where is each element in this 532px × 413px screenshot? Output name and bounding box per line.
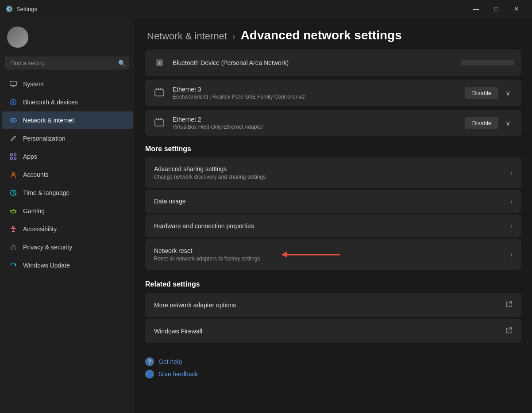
nav-label-update: Windows Update xyxy=(23,262,70,269)
nav-label-accounts: Accounts xyxy=(23,171,49,178)
adapter-name-bluetooth: Bluetooth Device (Personal Area Network) xyxy=(173,59,289,66)
settings-icon: ⚙️ xyxy=(5,5,13,12)
advanced-sharing-desc: Change network discovery and sharing set… xyxy=(154,174,266,180)
titlebar-controls: — □ ✕ xyxy=(466,0,527,18)
advanced-sharing-chevron: › xyxy=(510,169,513,176)
arrow-head xyxy=(281,252,287,258)
minimize-button[interactable]: — xyxy=(466,0,486,18)
sidebar-item-accessibility[interactable]: Accessibility xyxy=(2,220,133,238)
nav-container: System Bluetooth & devices Network & int… xyxy=(0,75,135,275)
nav-label-bluetooth: Bluetooth & devices xyxy=(23,99,78,106)
give-feedback-label: Give feedback xyxy=(158,371,198,378)
content-header: Network & internet › Advanced network se… xyxy=(135,18,532,50)
adapter-icon-e2 xyxy=(152,116,166,130)
svg-rect-16 xyxy=(155,90,164,96)
sidebar: 🔍 System Bluetooth & devices Network & i… xyxy=(0,18,135,413)
sidebar-search: 🔍 xyxy=(5,57,129,69)
search-input[interactable] xyxy=(5,57,129,69)
nav-label-time: Time & language xyxy=(23,189,69,196)
avatar xyxy=(7,27,28,48)
content-inner: ⊞ Bluetooth Device (Personal Area Networ… xyxy=(135,50,532,386)
nav-icon-bluetooth xyxy=(9,98,18,107)
adapter-card-ethernet3[interactable]: Ethernet 3 EeshwarSrishti | Realtek PCIe… xyxy=(145,80,521,106)
advanced-sharing-row[interactable]: Advanced sharing settings Change network… xyxy=(145,157,521,188)
nav-icon-time xyxy=(9,188,18,197)
windows-firewall-row[interactable]: Windows Firewall xyxy=(145,319,521,343)
expand-ethernet3-button[interactable]: ∨ xyxy=(502,87,514,99)
nav-label-personalization: Personalization xyxy=(23,135,66,142)
advanced-sharing-left: Advanced sharing settings Change network… xyxy=(154,165,266,180)
sidebar-item-network[interactable]: Network & internet xyxy=(2,111,133,129)
avatar-image xyxy=(7,27,28,48)
sidebar-item-accounts[interactable]: Accounts xyxy=(2,166,133,184)
disable-ethernet3-button[interactable]: Disable xyxy=(465,87,498,99)
data-usage-title: Data usage xyxy=(154,198,186,205)
get-help-link[interactable]: ? Get help xyxy=(145,357,511,366)
svg-rect-8 xyxy=(14,157,16,160)
search-icon: 🔍 xyxy=(118,60,126,67)
external-link-icon-2 xyxy=(505,327,513,335)
sidebar-item-gaming[interactable]: Gaming xyxy=(2,202,133,220)
data-usage-row[interactable]: Data usage › xyxy=(145,190,521,213)
svg-point-12 xyxy=(12,226,14,228)
svg-rect-5 xyxy=(11,154,13,156)
network-adapter-options-title: More network adapter options xyxy=(154,302,236,309)
breadcrumb: Network & internet xyxy=(147,31,227,42)
nav-icon-network xyxy=(9,116,18,125)
nav-icon-privacy xyxy=(9,243,18,252)
network-reset-left: Network reset Reset all network adapters… xyxy=(154,247,260,262)
adapter-card-bluetooth: ⊞ Bluetooth Device (Personal Area Networ… xyxy=(145,50,521,76)
sidebar-item-system[interactable]: System xyxy=(2,75,133,93)
sidebar-item-apps[interactable]: Apps xyxy=(2,148,133,165)
data-usage-left: Data usage xyxy=(154,198,186,205)
annotation-arrow xyxy=(282,254,340,255)
adapter-name-e3: Ethernet 3 xyxy=(173,86,305,93)
network-reset-row[interactable]: Network reset Reset all network adapters… xyxy=(145,239,521,270)
adapter-left-e3: Ethernet 3 EeshwarSrishti | Realtek PCIe… xyxy=(152,86,305,100)
related-settings-header: Related settings xyxy=(145,280,521,288)
sidebar-item-bluetooth[interactable]: Bluetooth & devices xyxy=(2,93,133,111)
expand-ethernet2-button[interactable]: ∨ xyxy=(502,117,514,129)
svg-point-4 xyxy=(12,119,14,121)
sidebar-item-update[interactable]: Windows Update xyxy=(2,256,133,274)
windows-firewall-title: Windows Firewall xyxy=(154,328,202,335)
nav-label-gaming: Gaming xyxy=(23,207,45,214)
adapter-name-e2: Ethernet 2 xyxy=(173,116,263,123)
main-content: Network & internet › Advanced network se… xyxy=(135,18,532,413)
close-button[interactable]: ✕ xyxy=(506,0,527,18)
network-adapter-options-row[interactable]: More network adapter options xyxy=(145,293,521,317)
sidebar-item-privacy[interactable]: Privacy & security xyxy=(2,238,133,256)
more-settings-header: More settings xyxy=(145,145,521,153)
advanced-sharing-title: Advanced sharing settings xyxy=(154,165,266,172)
adapter-left-e2: Ethernet 2 VirtualBox Host-Only Ethernet… xyxy=(152,116,263,130)
disable-ethernet2-button[interactable]: Disable xyxy=(465,117,498,129)
data-usage-chevron: › xyxy=(510,198,513,205)
nav-label-system: System xyxy=(23,80,44,88)
network-reset-desc: Reset all network adapters to factory se… xyxy=(154,256,260,262)
app-body: 🔍 System Bluetooth & devices Network & i… xyxy=(0,18,532,413)
adapter-right-e3: Disable ∨ xyxy=(465,87,514,99)
sidebar-profile xyxy=(0,21,135,53)
sidebar-item-time[interactable]: Time & language xyxy=(2,184,133,202)
nav-label-privacy: Privacy & security xyxy=(23,244,72,251)
nav-label-apps: Apps xyxy=(23,153,37,160)
give-feedback-icon: 👤 xyxy=(145,370,154,379)
hardware-props-row[interactable]: Hardware and connection properties › xyxy=(145,214,521,237)
breadcrumb-separator: › xyxy=(232,31,235,42)
get-help-icon: ? xyxy=(145,357,154,366)
svg-point-9 xyxy=(12,172,14,175)
adapter-desc-e2: VirtualBox Host-Only Ethernet Adapter xyxy=(173,124,263,130)
nav-icon-update xyxy=(9,261,18,270)
svg-rect-13 xyxy=(12,247,15,250)
maximize-button[interactable]: □ xyxy=(486,0,506,18)
sidebar-item-personalization[interactable]: Personalization xyxy=(2,130,133,147)
adapter-card-ethernet2[interactable]: Ethernet 2 VirtualBox Host-Only Ethernet… xyxy=(145,110,521,136)
hardware-props-chevron: › xyxy=(510,222,513,229)
adapter-info-e2: Ethernet 2 VirtualBox Host-Only Ethernet… xyxy=(173,116,263,130)
give-feedback-link[interactable]: 👤 Give feedback xyxy=(145,370,511,379)
nav-icon-accessibility xyxy=(9,225,18,233)
adapter-desc-e3: EeshwarSrishti | Realtek PCIe GbE Family… xyxy=(173,94,305,100)
svg-point-3 xyxy=(11,99,16,105)
page-title: Advanced network settings xyxy=(241,28,402,42)
adapter-icon-e3 xyxy=(152,86,166,100)
